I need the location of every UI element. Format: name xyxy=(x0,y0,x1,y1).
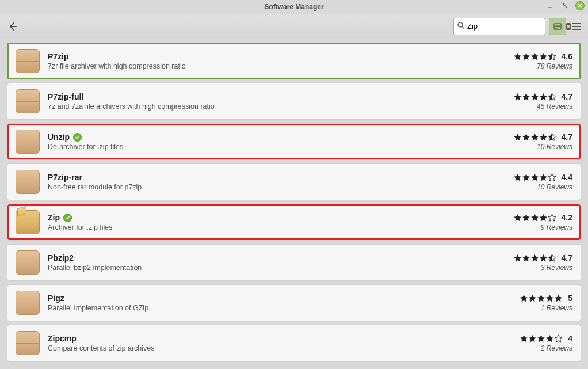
stars xyxy=(520,294,563,303)
toolbar xyxy=(0,14,588,39)
star-icon xyxy=(554,294,563,303)
rating-value: 4.7 xyxy=(562,253,572,263)
package-row[interactable]: PigzParallel Implementation of GZip51 Re… xyxy=(7,284,581,321)
package-row[interactable]: P7zip-rarNon-free rar module for p7zip4.… xyxy=(7,163,581,200)
star-icon xyxy=(522,93,530,101)
package-info: P7zip-full7z and 7za file archivers with… xyxy=(48,92,506,111)
star-icon xyxy=(537,334,545,343)
window-title: Software Manager xyxy=(264,3,323,11)
star-icon xyxy=(537,294,545,303)
rating-row: 4.7 xyxy=(513,132,572,142)
package-name: P7zip xyxy=(48,52,69,61)
package-title-row: P7zip xyxy=(48,52,506,61)
star-icon xyxy=(513,93,522,101)
star-icon xyxy=(548,254,556,263)
maximize-button[interactable] xyxy=(560,1,570,10)
package-info: Pbzip2Parallel bzip2 implementation xyxy=(48,253,506,272)
package-rating: 51 Reviews xyxy=(520,294,572,312)
review-count: 9 Reviews xyxy=(513,223,572,231)
star-icon xyxy=(522,173,530,182)
svg-line-8 xyxy=(462,26,464,29)
stars xyxy=(520,334,563,343)
package-description: Parallel Implementation of GZip xyxy=(48,304,513,312)
star-icon xyxy=(548,93,556,101)
package-title-row: P7zip-full xyxy=(48,92,506,101)
package-row[interactable]: Pbzip2Parallel bzip2 implementation4.73 … xyxy=(7,244,581,281)
rating-row: 4.7 xyxy=(513,92,572,101)
window-controls xyxy=(545,1,585,10)
titlebar: Software Manager xyxy=(0,0,588,14)
star-icon xyxy=(513,52,522,61)
star-icon xyxy=(545,294,554,303)
package-rating: 42 Reviews xyxy=(520,334,572,352)
installed-badge-icon xyxy=(73,133,82,142)
review-count: 78 Reviews xyxy=(513,62,572,70)
package-description: De-archiver for .zip files xyxy=(48,143,506,151)
show-installed-button[interactable] xyxy=(549,18,566,35)
package-description: 7z and 7za file archivers with high comp… xyxy=(48,102,506,111)
star-icon xyxy=(513,214,522,222)
package-row[interactable]: ZipcmpCompare contents of zip archives42… xyxy=(7,325,581,362)
package-rating: 4.29 Reviews xyxy=(513,213,572,231)
package-description: 7zr file archiver with high compression … xyxy=(48,62,506,70)
minimize-button[interactable] xyxy=(545,1,555,10)
star-icon xyxy=(539,93,548,101)
rating-row: 4 xyxy=(520,334,572,343)
review-count: 3 Reviews xyxy=(513,264,572,272)
rating-value: 4.7 xyxy=(562,92,572,101)
star-icon xyxy=(530,93,539,101)
star-icon xyxy=(539,214,548,222)
package-info: PigzParallel Implementation of GZip xyxy=(48,294,513,312)
package-row[interactable]: ZipArchiver for .zip files4.29 Reviews xyxy=(7,204,581,241)
review-count: 1 Reviews xyxy=(520,304,572,312)
star-icon xyxy=(539,133,548,142)
package-row[interactable]: P7zip-full7z and 7za file archivers with… xyxy=(7,83,581,120)
package-rating: 4.73 Reviews xyxy=(513,253,572,272)
hamburger-icon xyxy=(572,23,581,30)
package-row[interactable]: P7zip7zr file archiver with high compres… xyxy=(7,43,581,79)
package-list: P7zip7zr file archiver with high compres… xyxy=(0,39,588,369)
back-button[interactable] xyxy=(5,18,21,35)
package-icon xyxy=(16,49,40,73)
package-name: P7zip-full xyxy=(48,92,83,101)
search-box[interactable] xyxy=(453,18,545,35)
package-rating: 4.710 Reviews xyxy=(513,132,572,151)
review-count: 2 Reviews xyxy=(520,344,572,352)
package-title-row: Pbzip2 xyxy=(48,253,506,263)
star-icon xyxy=(548,133,556,142)
package-icon xyxy=(16,89,40,113)
star-icon xyxy=(554,334,563,343)
star-icon xyxy=(522,133,530,142)
star-icon xyxy=(530,214,539,222)
close-button[interactable] xyxy=(575,1,585,10)
package-icon xyxy=(16,130,40,154)
rating-value: 5 xyxy=(568,294,572,303)
hamburger-menu-button[interactable] xyxy=(570,18,583,35)
star-icon xyxy=(520,334,528,343)
star-icon xyxy=(539,173,548,182)
package-row[interactable]: UnzipDe-archiver for .zip files4.710 Rev… xyxy=(7,123,581,160)
package-info: ZipcmpCompare contents of zip archives xyxy=(48,334,513,352)
star-icon xyxy=(539,52,548,61)
rating-value: 4 xyxy=(568,334,572,343)
package-title-row: Pigz xyxy=(48,294,513,303)
package-name: Zipcmp xyxy=(48,334,77,343)
package-name: Pbzip2 xyxy=(48,253,74,263)
rating-row: 5 xyxy=(520,294,572,303)
installed-badge-icon xyxy=(63,214,72,222)
review-count: 45 Reviews xyxy=(513,102,572,111)
review-count: 10 Reviews xyxy=(513,143,572,151)
package-name: Zip xyxy=(48,213,60,222)
star-icon xyxy=(530,133,539,142)
stars xyxy=(513,93,556,101)
package-icon xyxy=(16,291,40,315)
star-icon xyxy=(513,254,522,263)
rating-value: 4.2 xyxy=(562,213,572,222)
package-rating: 4.410 Reviews xyxy=(513,173,572,191)
package-rating: 4.745 Reviews xyxy=(513,92,572,111)
rating-value: 4.6 xyxy=(562,52,572,61)
package-description: Compare contents of zip archives xyxy=(48,344,513,352)
review-count: 10 Reviews xyxy=(513,183,572,191)
star-icon xyxy=(530,52,539,61)
stars xyxy=(513,254,556,263)
